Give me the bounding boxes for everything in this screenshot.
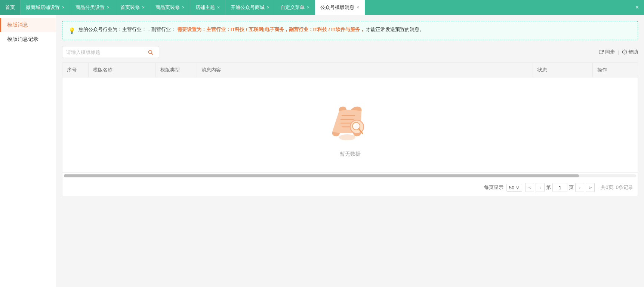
scrollbar-thumb <box>64 174 579 177</box>
sidebar-item-template-record[interactable]: 模版消息记录 <box>0 32 56 46</box>
last-page-button[interactable]: ⊳ <box>586 183 595 192</box>
sync-button[interactable]: 同步 <box>598 49 615 55</box>
tab-home-label: 首页 <box>5 4 15 11</box>
tab-product-page-label: 商品页装修 <box>155 4 180 11</box>
prev-page-button[interactable]: ‹ <box>536 183 545 192</box>
search-actions: 同步 | 帮助 <box>598 49 638 55</box>
sidebar-item-template-msg[interactable]: 模版消息 <box>0 18 56 32</box>
search-input-wrap[interactable] <box>62 46 159 58</box>
tab-product-page[interactable]: 商品页装修 × <box>150 0 190 15</box>
tab-product-category[interactable]: 商品分类设置 × <box>70 0 115 15</box>
help-icon <box>622 49 627 55</box>
col-seq: 序号 <box>62 63 89 77</box>
tab-wechat-shop-label: 微商城店铺设置 <box>26 4 60 11</box>
tab-home-decor[interactable]: 首页装修 × <box>115 0 150 15</box>
search-icon <box>148 49 153 55</box>
data-table: 序号 模版名称 模版类型 消息内容 状态 操作 <box>62 62 638 196</box>
next-page-button[interactable]: › <box>575 183 584 192</box>
notice-prefix: 您的公众号行业为：主营行业：，副营行业： <box>78 27 176 32</box>
tab-wechat-shop[interactable]: 微商城店铺设置 × <box>21 0 70 15</box>
sidebar-item-template-record-label: 模版消息记录 <box>7 36 38 42</box>
page-size-value: 50 <box>509 185 514 190</box>
search-bar: 同步 | 帮助 <box>62 46 638 58</box>
notice-highlight: 需要设置为：主营行业：IT科技 / 互联网|电子商务，副营行业：IT科技 / I… <box>177 27 365 32</box>
sidebar: 模版消息 模版消息记录 <box>0 15 56 287</box>
tab-custom-menu[interactable]: 自定义菜单 × <box>275 0 315 15</box>
table-header: 序号 模版名称 模版类型 消息内容 状态 操作 <box>62 63 638 77</box>
svg-point-0 <box>149 50 152 54</box>
page-number-input[interactable] <box>552 183 567 192</box>
page-size-select[interactable]: 50 ∨ <box>506 184 522 192</box>
col-type: 模版类型 <box>156 63 197 77</box>
sync-icon <box>598 49 604 55</box>
chevron-down-icon: ∨ <box>516 185 520 190</box>
search-button[interactable] <box>145 46 156 58</box>
help-button[interactable]: 帮助 <box>622 49 638 55</box>
tab-product-category-label: 商品分类设置 <box>76 4 105 11</box>
col-action: 操作 <box>593 63 638 77</box>
tab-open-mall[interactable]: 开通公众号商城 × <box>225 0 275 15</box>
notice-text: 您的公众号行业为：主营行业：，副营行业： 需要设置为：主营行业：IT科技 / 互… <box>78 26 424 34</box>
page-input: 第 页 <box>546 183 574 192</box>
svg-point-4 <box>339 134 355 140</box>
main-layout: 模版消息 模版消息记录 💡 您的公众号行业为：主营行业：，副营行业： 需要设置为… <box>0 15 644 287</box>
tab-wechat-shop-close[interactable]: × <box>62 5 65 10</box>
tab-bar: 首页 微商城店铺设置 × 商品分类设置 × 首页装修 × 商品页装修 × 店铺主… <box>0 0 644 15</box>
pagination: 每页显示 50 ∨ ⊲ ‹ 第 页 › ⊳ 共0页, 0条记录 <box>62 179 638 196</box>
tab-home[interactable]: 首页 <box>0 0 21 15</box>
col-name: 模版名称 <box>89 63 156 77</box>
empty-icon <box>328 100 373 145</box>
page-nav: ⊲ ‹ 第 页 › ⊳ <box>525 183 595 192</box>
divider: | <box>618 49 619 55</box>
tab-shop-theme-label: 店铺主题 <box>195 4 215 11</box>
col-status: 状态 <box>533 63 593 77</box>
content-area: 💡 您的公众号行业为：主营行业：，副营行业： 需要设置为：主营行业：IT科技 /… <box>56 15 644 287</box>
tab-home-decor-label: 首页装修 <box>120 4 140 11</box>
tab-product-page-close[interactable]: × <box>182 5 185 10</box>
notice-suffix: 才能正常发送预置的消息。 <box>366 27 424 32</box>
scrollbar-row[interactable] <box>62 172 638 179</box>
svg-line-1 <box>152 53 153 54</box>
tab-custom-menu-label: 自定义菜单 <box>280 4 305 11</box>
help-label: 帮助 <box>628 49 638 55</box>
tab-template-msg[interactable]: 公众号模版消息 × <box>315 0 365 15</box>
col-content: 消息内容 <box>197 63 533 77</box>
tab-bar-close-button[interactable]: × <box>630 0 644 15</box>
search-input[interactable] <box>62 46 145 58</box>
tab-template-msg-label: 公众号模版消息 <box>320 4 354 11</box>
tab-home-decor-close[interactable]: × <box>142 5 145 10</box>
page-size-label: 每页显示 <box>484 184 503 191</box>
sidebar-item-template-msg-label: 模版消息 <box>7 22 28 28</box>
empty-state: 暂无数据 <box>62 77 638 172</box>
first-page-button[interactable]: ⊲ <box>525 183 534 192</box>
tab-product-category-close[interactable]: × <box>107 5 110 10</box>
sync-label: 同步 <box>605 49 615 55</box>
tab-open-mall-label: 开通公众号商城 <box>231 4 265 11</box>
tab-custom-menu-close[interactable]: × <box>307 5 309 10</box>
page-label-suf: 页 <box>569 184 574 191</box>
tab-open-mall-close[interactable]: × <box>267 5 269 10</box>
tab-shop-theme[interactable]: 店铺主题 × <box>190 0 225 15</box>
empty-text: 暂无数据 <box>340 151 361 158</box>
page-label-pre: 第 <box>546 184 551 191</box>
scrollbar-track[interactable] <box>64 174 636 177</box>
tab-shop-theme-close[interactable]: × <box>217 5 220 10</box>
svg-point-12 <box>354 123 356 126</box>
notice-icon: 💡 <box>68 26 76 35</box>
tab-template-msg-close[interactable]: × <box>357 5 359 10</box>
notice-box: 💡 您的公众号行业为：主营行业：，副营行业： 需要设置为：主营行业：IT科技 /… <box>62 21 638 40</box>
total-info: 共0页, 0条记录 <box>601 184 633 191</box>
